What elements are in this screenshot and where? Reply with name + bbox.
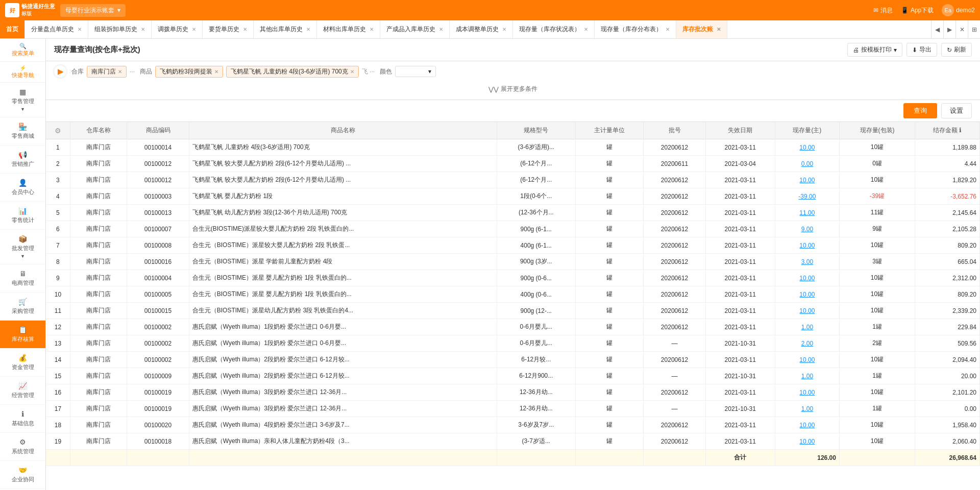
td-expire-15: 2021-03-11	[705, 384, 775, 401]
setting-button[interactable]: 设置	[941, 103, 972, 118]
tab-11[interactable]: 库存批次账✕	[676, 20, 727, 39]
sidebar-search[interactable]: 🔍 搜索菜单	[0, 39, 45, 62]
tab-next[interactable]: ▶	[943, 20, 955, 39]
td-qty-main-10[interactable]: 10.00	[775, 303, 839, 319]
product-tag-2-remove[interactable]: ✕	[350, 69, 354, 75]
td-qty-main-0[interactable]: 10.00	[775, 139, 839, 156]
td-qty-main-7[interactable]: 3.00	[775, 254, 839, 270]
tab-4[interactable]: 要货单历史✕	[203, 20, 254, 39]
product-tag-2[interactable]: 飞鹤星飞帆 儿童奶粉 4段(3-6岁适用) 700克 ✕	[226, 66, 359, 78]
tab-1[interactable]: 分量盘点单历史✕	[25, 20, 88, 39]
tab-9-close[interactable]: ✕	[584, 27, 588, 32]
tab-8[interactable]: 成本调整单历史✕	[450, 20, 513, 39]
sidebar-icon-9: 💰	[18, 354, 27, 362]
warehouse-tag-remove[interactable]: ✕	[118, 69, 122, 75]
td-qty-main-14[interactable]: 1.00	[775, 368, 839, 384]
sidebar-item-11[interactable]: ℹ基础信息	[0, 405, 45, 433]
td-amount-9: 809.20	[915, 286, 980, 303]
tab-6[interactable]: 材料出库单历史✕	[317, 20, 380, 39]
app-download-btn[interactable]: 📱 App下载	[901, 6, 934, 15]
tab-2-close[interactable]: ✕	[141, 27, 145, 32]
td-batch-9: 20200612	[644, 286, 705, 303]
warehouse-tag[interactable]: 南库门店 ✕	[87, 66, 127, 78]
td-qty-main-9[interactable]: 10.00	[775, 286, 839, 303]
template-print-button[interactable]: 🖨 按模板打印 ▾	[847, 43, 902, 57]
td-qty-main-3[interactable]: -39.00	[775, 188, 839, 205]
filter-expand-button[interactable]: ▶	[54, 65, 66, 78]
tab-7-close[interactable]: ✕	[439, 27, 443, 32]
td-qty-main-8[interactable]: 10.00	[775, 270, 839, 286]
tab-3-close[interactable]: ✕	[192, 27, 196, 32]
tab-close-all[interactable]: ✕	[955, 20, 968, 39]
td-qty-main-16[interactable]: 1.00	[775, 401, 839, 417]
tab-8-close[interactable]: ✕	[502, 27, 506, 32]
tab-3[interactable]: 调拨单历史✕	[152, 20, 203, 39]
tab-1-close[interactable]: ✕	[78, 27, 82, 32]
sidebar-item-4[interactable]: 📊零售统计	[0, 202, 45, 230]
td-qty-main-4[interactable]: 11.00	[775, 205, 839, 221]
td-no-13: 14	[46, 352, 70, 368]
sidebar-label-7: 采购管理	[12, 307, 34, 315]
tab-menu[interactable]: ⊞	[968, 20, 980, 39]
sidebar-item-0[interactable]: ▦零售管理▼	[0, 83, 45, 117]
td-qty-main-18[interactable]: 10.00	[775, 433, 839, 450]
tab-10[interactable]: 现存量（库存分布表）✕	[595, 20, 676, 39]
expand-more-btn[interactable]: ⋁⋁ 展开更多条件	[54, 83, 972, 95]
product-tag-1-remove[interactable]: ✕	[214, 69, 218, 75]
sidebar-item-1[interactable]: 🏪零售商城	[0, 117, 45, 145]
tab-5[interactable]: 其他出库单历史✕	[254, 20, 317, 39]
search-button[interactable]: 查询	[903, 103, 937, 118]
sidebar-item-5[interactable]: 📦批发管理▼	[0, 230, 45, 264]
th-amount: 结存金额 ℹ	[915, 122, 980, 139]
sidebar-icon-11: ℹ	[21, 410, 24, 418]
tab-2[interactable]: 组装拆卸单历史✕	[88, 20, 152, 39]
td-qty-main-13[interactable]: 10.00	[775, 352, 839, 368]
tab-scroll: 分量盘点单历史✕ 组装拆卸单历史✕ 调拨单历史✕ 要货单历史✕ 其他出库单历史✕…	[25, 20, 931, 39]
color-select[interactable]: ▾	[395, 66, 436, 77]
tab-home[interactable]: 首页	[0, 20, 25, 39]
sidebar-item-6[interactable]: 🖥电商管理	[0, 264, 45, 292]
sidebar-item-8[interactable]: 📋库存核算	[0, 321, 45, 349]
user-avatar[interactable]: Ea demo2	[942, 4, 975, 16]
tab-9[interactable]: 现存量（库存状况表）✕	[513, 20, 595, 39]
warehouse-more-dots[interactable]: ···	[130, 68, 135, 75]
sidebar-item-2[interactable]: 📢营销推广	[0, 145, 45, 174]
product-more-label[interactable]: 飞 ···	[362, 67, 375, 76]
tab-7[interactable]: 产成品入库单历史✕	[380, 20, 450, 39]
td-amount-13: 2,094.40	[915, 352, 980, 368]
tab-11-close[interactable]: ✕	[717, 27, 721, 32]
refresh-button[interactable]: ↻ 刷新	[941, 43, 972, 57]
td-qty-main-11[interactable]: 1.00	[775, 319, 839, 335]
td-unit-17: 罐	[575, 417, 643, 433]
td-qty-main-2[interactable]: 10.00	[775, 172, 839, 188]
tab-prev[interactable]: ◀	[931, 20, 943, 39]
filter-color-group: 颜色 ▾	[380, 66, 436, 77]
td-qty-main-1[interactable]: 0.00	[775, 156, 839, 172]
td-qty-main-12[interactable]: 2.00	[775, 335, 839, 352]
sidebar-item-7[interactable]: 🛒采购管理	[0, 292, 45, 321]
td-qty-main-5[interactable]: 9.00	[775, 221, 839, 237]
sidebar-item-10[interactable]: 📈经营管理	[0, 377, 45, 405]
tab-10-close[interactable]: ✕	[666, 27, 670, 32]
table-row: 18 南库门店 00100020 惠氏启赋（Wyeth illuma）4段奶粉 …	[46, 417, 980, 433]
tab-4-close[interactable]: ✕	[243, 27, 247, 32]
sidebar-item-13[interactable]: 🤝企业协同	[0, 461, 45, 489]
export-button[interactable]: ⬇ 导出	[906, 43, 937, 57]
sidebar-item-12[interactable]: ⚙系统管理	[0, 433, 45, 461]
sidebar-item-9[interactable]: 💰资金管理	[0, 349, 45, 377]
tab-6-close[interactable]: ✕	[370, 27, 374, 32]
td-expire-14: 2021-10-31	[705, 368, 775, 384]
sidebar-item-3[interactable]: 👤会员中心	[0, 174, 45, 202]
product-tag-1[interactable]: 飞鹤奶粉3段两提装 ✕	[155, 66, 223, 78]
td-qty-main-17[interactable]: 10.00	[775, 417, 839, 433]
sidebar-quick-nav[interactable]: ⚡ 快捷导航	[0, 62, 45, 83]
td-expire-3: 2021-03-11	[705, 188, 775, 205]
tab-5-close[interactable]: ✕	[306, 27, 310, 32]
industry-selector[interactable]: 母婴行业演示账套 ▾	[60, 4, 126, 17]
td-unit-16: 罐	[575, 401, 643, 417]
td-qty-main-15[interactable]: 10.00	[775, 384, 839, 401]
td-qty-main-6[interactable]: 10.00	[775, 237, 839, 254]
td-spec-12: 0-6月婴儿...	[497, 335, 575, 352]
message-btn[interactable]: ✉ 消息	[873, 6, 893, 15]
settings-icon[interactable]: ⚙	[55, 127, 61, 135]
